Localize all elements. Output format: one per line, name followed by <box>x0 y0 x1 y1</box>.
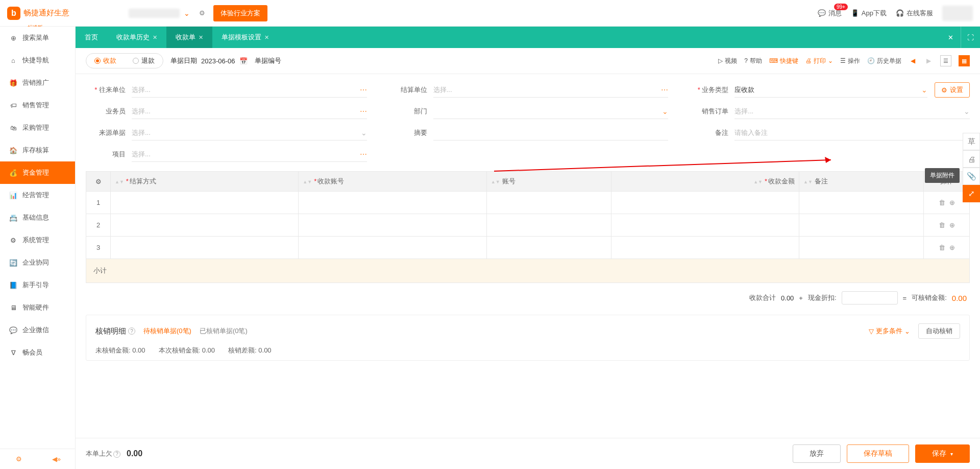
org-switcher[interactable]: ⌄ <box>88 9 190 18</box>
history-next-button[interactable]: ▶ <box>924 57 933 64</box>
more-icon[interactable]: ⋯ <box>360 107 367 115</box>
discard-button[interactable]: 放弃 <box>793 444 841 463</box>
select-dept[interactable]: ⌄ <box>433 104 669 119</box>
sidebar-item-畅会员[interactable]: ∇畅会员 <box>0 341 75 364</box>
shortcut-link[interactable]: ⌨快捷键 <box>769 57 798 65</box>
tab-done-writeoff[interactable]: 已核销单据(0笔) <box>200 326 248 336</box>
sidebar-item-搜索菜单[interactable]: ⊕搜索菜单 <box>0 27 75 49</box>
table-row[interactable]: 3🗑⊕ <box>86 237 970 259</box>
sidebar-item-经营管理[interactable]: 📊经营管理 <box>0 184 75 206</box>
expand-icon[interactable]: ⤢ <box>963 185 980 202</box>
save-draft-button[interactable]: 保存草稿 <box>847 444 909 463</box>
select-biz-type[interactable]: 应收款⌄ <box>734 82 927 98</box>
chevron-down-icon[interactable]: ⌄ <box>662 107 668 115</box>
cash-discount-input[interactable] <box>842 291 898 304</box>
headset-icon: 🎧 <box>896 9 904 17</box>
operate-link[interactable]: ☰操作 <box>840 57 860 65</box>
tab-收款单[interactable]: 收款单✕ <box>166 27 212 48</box>
more-icon[interactable]: ⋯ <box>360 150 367 158</box>
calendar-icon[interactable]: 📅 <box>239 57 248 65</box>
input-salesman[interactable]: 选择...⋯ <box>132 104 367 119</box>
sidebar-item-快捷导航[interactable]: ⌂快捷导航 <box>0 49 75 72</box>
receipt-total-value: 0.00 <box>781 294 794 302</box>
add-row-icon[interactable]: ⊕ <box>949 199 955 206</box>
sidebar-item-营销推广[interactable]: 🎁营销推广 <box>0 72 75 94</box>
tab-单据模板设置[interactable]: 单据模板设置✕ <box>212 27 278 48</box>
help-icon[interactable]: ? <box>113 451 120 458</box>
col-settle-method[interactable]: ▲▼*结算方式 <box>111 172 299 192</box>
tab-close-all[interactable]: ✕ <box>941 27 961 48</box>
radio-dot-on-icon <box>94 58 101 64</box>
col-remark[interactable]: ▲▼备注 <box>799 172 924 192</box>
sidebar-collapse-icon[interactable]: ◀» <box>38 449 76 469</box>
sidebar-item-新手引导[interactable]: 📘新手引导 <box>0 274 75 296</box>
draft-icon[interactable]: 草 <box>963 133 980 150</box>
select-source-doc[interactable]: 选择...⌄ <box>132 125 367 140</box>
gear-icon[interactable]: ⚙ <box>199 9 205 17</box>
tab-首页[interactable]: 首页 <box>76 27 107 48</box>
tab-收款单历史[interactable]: 收款单历史✕ <box>107 27 166 48</box>
print-link[interactable]: 🖨打印 ⌄ <box>805 57 833 65</box>
table-gear-header[interactable]: ⚙ <box>86 172 111 192</box>
help-icon[interactable]: ? <box>128 327 135 335</box>
online-service-link[interactable]: 🎧 在线客服 <box>896 9 933 18</box>
sidebar-item-基础信息[interactable]: 📇基础信息 <box>0 206 75 229</box>
history-link[interactable]: 🕘历史单据 <box>867 57 901 65</box>
sidebar-item-系统管理[interactable]: ⚙系统管理 <box>0 229 75 251</box>
delete-row-icon[interactable]: 🗑 <box>939 244 945 251</box>
tab-pending-writeoff[interactable]: 待核销单据(0笔) <box>143 326 191 336</box>
close-icon[interactable]: ✕ <box>199 34 203 41</box>
sidebar-item-库存核算[interactable]: 🏠库存核算 <box>0 139 75 161</box>
table-row[interactable]: 2🗑⊕ <box>86 214 970 237</box>
sidebar-item-采购管理[interactable]: 🛍采购管理 <box>0 116 75 139</box>
chevron-down-icon[interactable]: ⌄ <box>964 107 970 115</box>
sidebar-item-资金管理[interactable]: 💰资金管理 <box>0 161 75 184</box>
more-icon[interactable]: ⋯ <box>661 86 668 94</box>
add-row-icon[interactable]: ⊕ <box>949 221 955 229</box>
radio-refund[interactable]: 退款 <box>125 54 163 68</box>
close-icon[interactable]: ✕ <box>153 34 157 41</box>
auto-writeoff-button[interactable]: 自动核销 <box>918 323 960 339</box>
nav-label: 畅会员 <box>22 348 42 357</box>
trial-industry-button[interactable]: 体验行业方案 <box>213 5 267 21</box>
add-row-icon[interactable]: ⊕ <box>949 244 955 251</box>
view-list-toggle[interactable]: ☰ <box>940 55 951 66</box>
filter-icon: ▽ <box>869 327 874 335</box>
input-remark[interactable]: 请输入备注 <box>734 125 970 140</box>
col-account[interactable]: ▲▼账号 <box>486 172 611 192</box>
view-form-toggle[interactable]: ▦ <box>959 55 970 66</box>
delete-row-icon[interactable]: 🗑 <box>939 199 945 206</box>
sidebar-item-企业微信[interactable]: 💬企业微信 <box>0 319 75 341</box>
fullscreen-icon[interactable]: ⛶ <box>961 27 980 48</box>
save-button[interactable]: 保存▾ <box>915 444 970 463</box>
chevron-down-icon[interactable]: ⌄ <box>921 86 927 94</box>
close-icon[interactable]: ✕ <box>264 34 269 41</box>
input-settle-unit[interactable]: 选择...⋯ <box>433 82 669 98</box>
doc-date-value[interactable]: 2023-06-06 <box>201 57 235 65</box>
table-row[interactable]: 1🗑⊕ <box>86 192 970 214</box>
radio-receipt[interactable]: 收款 <box>86 54 125 68</box>
delete-row-icon[interactable]: 🗑 <box>939 221 945 229</box>
input-partner[interactable]: 选择...⋯ <box>132 82 367 98</box>
settings-button[interactable]: ⚙设置 <box>935 82 970 98</box>
col-receipt-account[interactable]: ▲▼*收款账号 <box>299 172 486 192</box>
help-link[interactable]: ?帮助 <box>744 57 762 65</box>
input-sales-order[interactable]: 选择...⌄ <box>734 104 970 119</box>
print-template-icon[interactable]: 🖨 <box>963 150 980 168</box>
sidebar-item-智能硬件[interactable]: 🖥智能硬件 <box>0 296 75 319</box>
input-project[interactable]: 选择...⋯ <box>132 147 367 162</box>
messages-link[interactable]: 💬 消息 99+ <box>818 9 842 18</box>
chevron-down-icon[interactable]: ⌄ <box>361 129 367 137</box>
video-link[interactable]: ▷视频 <box>718 57 737 65</box>
app-download-link[interactable]: 📱 App下载 <box>851 9 887 18</box>
input-summary[interactable] <box>433 125 669 140</box>
sidebar-settings-icon[interactable]: ⚙ <box>0 449 38 469</box>
user-avatar-redacted[interactable] <box>942 6 973 21</box>
history-prev-button[interactable]: ◀ <box>909 57 917 64</box>
more-conditions-link[interactable]: ▽更多条件⌄ <box>869 326 910 336</box>
more-icon[interactable]: ⋯ <box>360 86 367 94</box>
sidebar-item-企业协同[interactable]: 🔄企业协同 <box>0 251 75 274</box>
col-receipt-amount[interactable]: ▲▼*收款金额 <box>611 172 799 192</box>
sidebar-item-销售管理[interactable]: 🏷销售管理 <box>0 94 75 116</box>
attachment-icon[interactable]: 📎 <box>963 168 980 185</box>
